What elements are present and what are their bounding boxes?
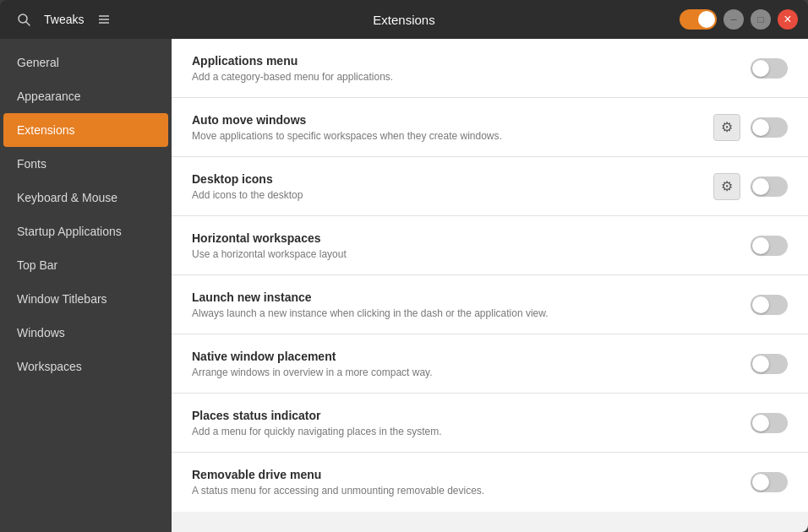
sidebar-item-startup-applications[interactable]: Startup Applications: [3, 214, 168, 248]
launch-new-instance-toggle[interactable]: [751, 295, 788, 315]
sidebar-item-window-titlebars[interactable]: Window Titlebars: [3, 282, 168, 316]
settings-button[interactable]: ⚙: [713, 173, 740, 200]
extension-controls: [751, 236, 788, 256]
extension-controls: [751, 354, 788, 374]
sidebar-item-workspaces[interactable]: Workspaces: [3, 350, 168, 383]
places-status-indicator-toggle[interactable]: [751, 413, 788, 433]
extension-title: Native window placement: [192, 350, 751, 363]
minimize-button[interactable]: [723, 9, 744, 30]
sidebar-item-appearance[interactable]: Appearance: [3, 79, 168, 113]
sidebar-item-top-bar[interactable]: Top Bar: [3, 248, 168, 282]
titlebar-controls: [680, 9, 798, 30]
extension-info: Removable drive menu A status menu for a…: [192, 468, 751, 497]
toggle-knob: [752, 356, 769, 372]
extension-title: Horizontal workspaces: [192, 231, 751, 245]
toggle-knob: [752, 474, 769, 491]
extension-info: Horizontal workspaces Use a horizontal w…: [192, 231, 751, 260]
toggle-knob: [752, 296, 769, 313]
extension-title: Auto move windows: [192, 113, 713, 127]
extension-desc: Always launch a new instance when clicki…: [192, 307, 751, 319]
toggle-knob: [752, 178, 769, 195]
extension-controls: ⚙: [713, 173, 788, 200]
menu-button[interactable]: [90, 6, 117, 33]
extension-info: Desktop icons Add icons to the desktop: [192, 172, 713, 201]
extension-native-window-placement: Native window placement Arrange windows …: [172, 334, 808, 394]
extension-controls: [751, 58, 788, 79]
extension-auto-move-windows: Auto move windows Move applications to s…: [172, 98, 808, 157]
toggle-knob: [752, 237, 769, 254]
extension-desktop-icons: Desktop icons Add icons to the desktop ⚙: [172, 157, 808, 216]
search-button[interactable]: [10, 6, 37, 33]
sidebar-item-extensions[interactable]: Extensions: [3, 113, 168, 147]
extension-controls: ⚙: [713, 114, 788, 141]
toggle-knob: [752, 60, 769, 77]
desktop-icons-toggle[interactable]: [751, 176, 788, 197]
global-extensions-toggle[interactable]: [680, 9, 717, 30]
native-window-placement-toggle[interactable]: [751, 354, 788, 374]
extension-horizontal-workspaces: Horizontal workspaces Use a horizontal w…: [172, 216, 808, 275]
extension-controls: [751, 295, 788, 315]
extension-desc: Use a horizontal workspace layout: [192, 248, 751, 260]
extension-info: Native window placement Arrange windows …: [192, 350, 751, 378]
extension-title: Desktop icons: [192, 172, 713, 186]
app-title: Tweaks: [44, 13, 84, 26]
extension-info: Applications menu Add a category-based m…: [192, 54, 751, 83]
toggle-knob: [752, 119, 769, 136]
applications-menu-toggle[interactable]: [751, 58, 788, 79]
horizontal-workspaces-toggle[interactable]: [751, 236, 788, 256]
extension-removable-drive-menu: Removable drive menu A status menu for a…: [172, 453, 808, 512]
sidebar: General Appearance Extensions Fonts Keyb…: [0, 39, 172, 532]
sidebar-item-fonts[interactable]: Fonts: [3, 147, 168, 181]
extension-desc: Arrange windows in overview in a more co…: [192, 366, 751, 378]
extension-desc: A status menu for accessing and unmounti…: [192, 485, 751, 497]
sidebar-item-keyboard-mouse[interactable]: Keyboard & Mouse: [3, 181, 168, 214]
extension-desc: Add icons to the desktop: [192, 189, 713, 201]
titlebar-left: Tweaks: [10, 6, 117, 33]
settings-button[interactable]: ⚙: [713, 114, 740, 141]
page-title: Extensions: [373, 13, 434, 27]
main-window: Tweaks Extensions General Appearance: [0, 0, 808, 532]
sidebar-item-windows[interactable]: Windows: [3, 316, 168, 350]
toggle-knob: [698, 11, 715, 28]
maximize-button[interactable]: [751, 9, 771, 30]
extension-desc: Add a menu for quickly navigating places…: [192, 426, 751, 437]
extension-desc: Add a category-based menu for applicatio…: [192, 71, 751, 83]
extension-title: Launch new instance: [192, 290, 751, 304]
extension-info: Places status indicator Add a menu for q…: [192, 409, 751, 437]
close-button[interactable]: [778, 9, 798, 30]
auto-move-windows-toggle[interactable]: [751, 117, 788, 138]
extension-info: Auto move windows Move applications to s…: [192, 113, 713, 142]
extension-applications-menu: Applications menu Add a category-based m…: [172, 39, 808, 98]
extension-title: Applications menu: [192, 54, 751, 68]
extension-launch-new-instance: Launch new instance Always launch a new …: [172, 275, 808, 334]
titlebar: Tweaks Extensions: [0, 0, 808, 39]
extension-title: Places status indicator: [192, 409, 751, 422]
extension-desc: Move applications to specific workspaces…: [192, 130, 713, 142]
removable-drive-menu-toggle[interactable]: [751, 472, 788, 492]
extension-places-status-indicator: Places status indicator Add a menu for q…: [172, 394, 808, 453]
main-content: General Appearance Extensions Fonts Keyb…: [0, 39, 808, 532]
extension-controls: [751, 472, 788, 492]
extension-info: Launch new instance Always launch a new …: [192, 290, 751, 319]
extension-controls: [751, 413, 788, 433]
sidebar-item-general[interactable]: General: [3, 46, 168, 79]
extension-title: Removable drive menu: [192, 468, 751, 481]
toggle-knob: [752, 415, 769, 432]
content-panel: Applications menu Add a category-based m…: [172, 39, 808, 532]
svg-line-1: [26, 22, 30, 25]
